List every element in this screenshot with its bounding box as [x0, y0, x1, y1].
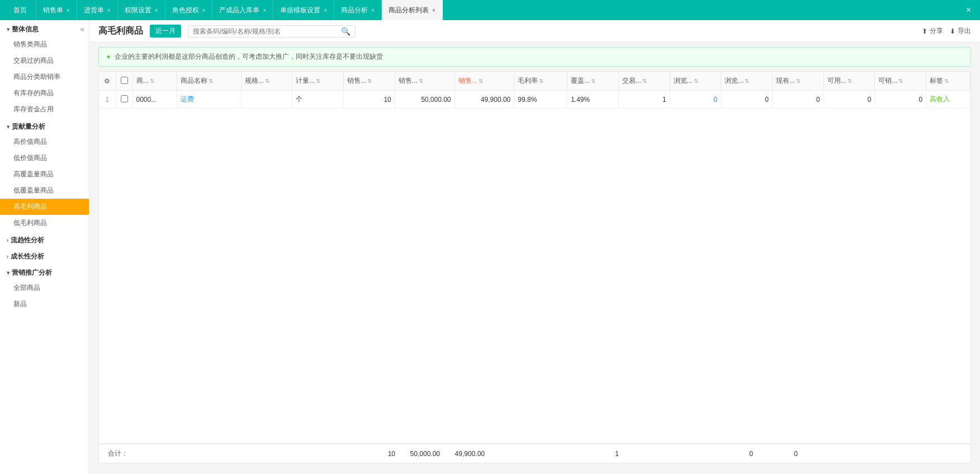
footer-sales-profit: 49,900.00	[443, 450, 488, 458]
sidebar-item-low-margin[interactable]: 低毛利商品	[0, 215, 89, 231]
nav-tab-analysis[interactable]: 商品分析 ×	[334, 0, 382, 20]
col-views1[interactable]: 浏览...⇅	[670, 72, 721, 91]
row-current-stock: 0	[773, 91, 824, 109]
col-current-stock[interactable]: 现有...⇅	[773, 72, 824, 91]
nav-tab-purchase[interactable]: 进货单 ×	[77, 0, 118, 20]
row-views1[interactable]: 0	[670, 91, 721, 109]
nav-tab-permissions[interactable]: 权限设置 ×	[118, 0, 165, 20]
col-settings[interactable]: ⚙	[99, 72, 116, 91]
footer-transactions: 1	[577, 450, 622, 458]
arrow-growth: ›	[7, 254, 8, 260]
header-actions: ⬆ 分享 ⬇ 导出	[922, 26, 971, 36]
sidebar-item-high-coverage[interactable]: 高覆盖量商品	[0, 166, 89, 182]
sidebar-item-high-value[interactable]: 高价值商品	[0, 134, 89, 150]
horizontal-scrollbar[interactable]	[98, 463, 971, 470]
col-available[interactable]: 可用...⇅	[823, 72, 875, 91]
row-tag: 高收入	[926, 91, 970, 109]
row-spec	[241, 91, 292, 109]
row-checkbox[interactable]	[121, 95, 128, 102]
nav-tab-template[interactable]: 单据模板设置 ×	[273, 0, 334, 20]
row-sales-amount: 50,000.00	[395, 91, 455, 109]
sidebar-item-low-coverage[interactable]: 低覆盖量商品	[0, 182, 89, 199]
content-area: 高毛利商品 近一月 🔍 ⬆ 分享 ⬇ 导出 ✦ 企业的主要的利润都是这部分商品创…	[89, 20, 980, 474]
col-views2[interactable]: 浏览...⇅	[721, 72, 773, 91]
nav-tab-stock-in[interactable]: 产成品入库单 ×	[212, 0, 273, 20]
sidebar-collapse-button[interactable]: «	[80, 25, 84, 34]
row-views2: 0	[721, 91, 773, 109]
col-tag[interactable]: 标签⇅	[926, 72, 970, 91]
row-available: 0	[823, 91, 875, 109]
row-name[interactable]: 运费	[177, 91, 241, 109]
sidebar-group-contribution[interactable]: ▾ 贡献量分析	[0, 118, 89, 134]
footer-current-stock: 0	[712, 450, 756, 458]
sidebar-item-low-value[interactable]: 低价值商品	[0, 150, 89, 166]
close-analysis-list-tab[interactable]: ×	[432, 7, 435, 13]
footer-label: 合计：	[108, 449, 153, 458]
sidebar-item-traded-goods[interactable]: 交易过的商品	[0, 53, 89, 69]
footer-values: 10 50,000.00 49,900.00 1 0 0	[153, 450, 962, 458]
period-button[interactable]: 近一月	[150, 25, 181, 37]
sidebar-item-all-goods[interactable]: 全部商品	[0, 280, 89, 296]
search-box: 🔍	[188, 25, 356, 37]
export-icon: ⬇	[950, 27, 955, 35]
col-code[interactable]: 商...⇅	[132, 72, 177, 91]
search-icon[interactable]: 🔍	[341, 27, 351, 36]
sidebar-item-stock-capital[interactable]: 库存资金占用	[0, 101, 89, 118]
export-button[interactable]: ⬇ 导出	[950, 26, 971, 36]
sidebar-group-growth[interactable]: › 成长性分析	[0, 247, 89, 264]
close-purchase-tab[interactable]: ×	[107, 7, 111, 13]
close-sales-tab[interactable]: ×	[67, 7, 70, 13]
row-sales-qty: 10	[344, 91, 395, 109]
content-header: 高毛利商品 近一月 🔍 ⬆ 分享 ⬇ 导出	[89, 20, 980, 43]
close-window-button[interactable]: ×	[962, 5, 976, 15]
arrow-trend: ›	[7, 237, 8, 243]
share-button[interactable]: ⬆ 分享	[922, 26, 943, 36]
table-footer: 合计： 10 50,000.00 49,900.00 1 0 0	[98, 444, 971, 463]
col-name[interactable]: 商品名称⇅	[177, 72, 241, 91]
sidebar-group-marketing[interactable]: ▾ 营销推广分析	[0, 264, 89, 280]
col-sales-amount[interactable]: 销售...⇅	[395, 72, 455, 91]
nav-tab-analysis-list[interactable]: 商品分析列表 ×	[382, 0, 443, 20]
close-roles-tab[interactable]: ×	[202, 7, 206, 13]
top-navigation: 首页 销售单 × 进货单 × 权限设置 × 角色授权 × 产成品入库单 × 单据…	[0, 0, 980, 20]
row-unit: 个	[292, 91, 344, 109]
close-template-tab[interactable]: ×	[324, 7, 327, 13]
sidebar-group-trend[interactable]: › 流趋性分析	[0, 231, 89, 247]
sidebar-item-high-margin[interactable]: 高毛利商品	[0, 199, 89, 215]
col-gross-margin[interactable]: 毛利率⇅	[514, 72, 567, 91]
close-permissions-tab[interactable]: ×	[155, 7, 158, 13]
row-sales-profit: 49,900.00	[455, 91, 514, 109]
sidebar-group-overall[interactable]: ▾ 整体信息	[0, 20, 89, 36]
nav-tab-roles[interactable]: 角色授权 ×	[165, 0, 213, 20]
info-icon: ✦	[106, 53, 111, 61]
row-sellable: 0	[875, 91, 926, 109]
arrow-contribution: ▾	[7, 124, 10, 130]
footer-sales-qty: 10	[354, 450, 399, 458]
share-icon: ⬆	[922, 27, 927, 35]
close-analysis-tab[interactable]: ×	[371, 7, 375, 13]
row-checkbox-cell	[116, 91, 132, 109]
table-row: 1 0000... 运费 个 10 50,000.00 49,900.00 99…	[99, 91, 970, 109]
sidebar-item-in-stock[interactable]: 有库存的商品	[0, 85, 89, 101]
col-transactions[interactable]: 交易...⇅	[618, 72, 670, 91]
col-sales-qty[interactable]: 销售...⇅	[344, 72, 395, 91]
sidebar-item-new-goods[interactable]: 新品	[0, 296, 89, 312]
col-coverage[interactable]: 覆盖...⇅	[567, 72, 619, 91]
col-checkbox	[116, 72, 132, 91]
arrow-overall: ▾	[7, 26, 10, 32]
select-all-checkbox[interactable]	[121, 77, 128, 84]
sidebar: « ▾ 整体信息 销售类商品 交易过的商品 商品分类助销率 有库存的商品 库存资…	[0, 20, 89, 474]
footer-sales-amount: 50,000.00	[399, 450, 443, 458]
main-layout: « ▾ 整体信息 销售类商品 交易过的商品 商品分类助销率 有库存的商品 库存资…	[0, 20, 980, 474]
search-input[interactable]	[193, 27, 339, 35]
col-sellable[interactable]: 可销...⇅	[875, 72, 926, 91]
col-unit[interactable]: 计量...⇅	[292, 72, 344, 91]
sidebar-item-category-rate[interactable]: 商品分类助销率	[0, 69, 89, 85]
col-spec[interactable]: 规格...⇅	[241, 72, 292, 91]
data-table: ⚙ 商...⇅ 商品名称⇅ 规格...⇅ 计量...⇅ 销售...⇅ 销售...…	[98, 71, 971, 444]
sidebar-item-sales-goods[interactable]: 销售类商品	[0, 36, 89, 53]
col-sales-profit[interactable]: 销售...⇅	[455, 72, 514, 91]
nav-tab-sales[interactable]: 销售单 ×	[36, 0, 77, 20]
close-stock-in-tab[interactable]: ×	[263, 7, 266, 13]
nav-tab-home[interactable]: 首页	[4, 0, 36, 20]
